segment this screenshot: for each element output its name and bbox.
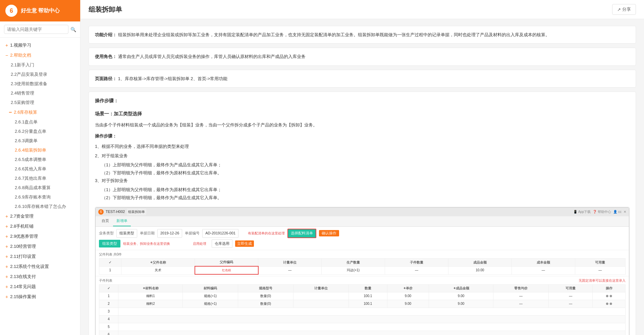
screenshot-area: 6 TEST-H002 组装拆卸单 📱 App下载 ❓ 帮助中心 👤 cc ✕ — [95, 207, 630, 335]
table-row: 3 — [99, 308, 626, 316]
screenshot-mock: 6 TEST-H002 组装拆卸单 📱 App下载 ❓ 帮助中心 👤 cc ✕ — [95, 207, 629, 335]
scr-red-cell[interactable]: 红色框 — [195, 266, 258, 274]
scr-date-value[interactable]: 2019-12-26 — [157, 229, 182, 238]
expand-icon-faq: + — [5, 284, 8, 289]
function-intro-label: 功能介绍： — [95, 32, 117, 37]
scr-bom-btn[interactable]: 选择配料清单 — [287, 229, 316, 238]
sidebar-item-2.6.5[interactable]: 2.6.5成本调整单 — [0, 155, 80, 164]
ops-steps-title: 操作步骤： — [95, 132, 630, 140]
scr-col-check: ✓ — [99, 259, 121, 267]
expand-icon: + — [5, 43, 8, 48]
expand-icon-mobile: + — [5, 224, 8, 229]
function-intro-text: 组装拆卸单用来处理企业组装或拆卸等加工业务，支持有固定装配清单的产品加工业务，也… — [118, 32, 550, 37]
sidebar-item-2.6.3[interactable]: 2.6.3调拨单 — [0, 136, 80, 146]
expand-icon-online: + — [5, 274, 8, 279]
scr-confirm-btn[interactable]: 确认操作 — [319, 230, 339, 236]
sidebar-item-purchase[interactable]: 2.5采购管理 — [0, 98, 80, 107]
sidebar-item-2.6.4[interactable]: 2.6.4组装拆卸单 — [0, 146, 80, 155]
scr-icon-help: ❓ 帮助中心 — [593, 209, 611, 215]
sidebar-item-sales[interactable]: 2.4销售管理 — [0, 89, 80, 98]
path-label: 页面路径： — [95, 76, 117, 81]
scr-upper-table-label: 父件列表 共0件 — [99, 252, 626, 258]
expand-icon-cases: + — [5, 294, 8, 299]
scr-nav-tabs: 自页 新增单 — [96, 216, 629, 227]
scr-tab-active: 组装拆卸单 — [127, 209, 146, 215]
page-title: 组装拆卸单 — [89, 5, 122, 14]
sidebar-item-docs[interactable]: − 2.帮助文档 — [0, 50, 80, 60]
scr-type-toggle-btn[interactable]: 组装类型 — [99, 240, 120, 248]
sidebar-item-system[interactable]: + 2.12系统个性化设置 — [0, 262, 80, 272]
sidebar-item-online[interactable]: + 2.13在线支付 — [0, 272, 80, 282]
scene1-title: 场景一：加工类型选择 — [95, 110, 630, 118]
sidebar-item-2.6.10[interactable]: 2.6.10库存账本错了怎么办 — [0, 202, 80, 211]
table-row: 1 糊料1 规格(+1) 数量(0) 100.1 9.00 9.00 — — [99, 292, 626, 300]
scr-col-parent-code: 父件编码 — [195, 259, 258, 267]
scr-order-value: AD-20191226-001 — [202, 229, 238, 238]
search-input[interactable] — [4, 25, 68, 34]
scr-col-sub-qty: 子件数量 — [385, 259, 448, 267]
path-block: 页面路径： 1、库存核算->库存管理->组装拆卸单 2、首页->常用功能 — [89, 70, 636, 88]
share-button[interactable]: ↗ 分享 — [612, 4, 636, 15]
annotation-direct-input: 无固定清单可以直接在这里录入 — [579, 278, 626, 284]
scr-tab-new[interactable]: 新增单 — [113, 216, 131, 226]
role-label: 使用角色： — [95, 54, 117, 59]
scr-close-icon[interactable]: ✕ — [624, 209, 626, 215]
scr-type-label: 业务类型 — [99, 230, 114, 237]
logo-icon: 6 — [5, 5, 17, 17]
sidebar-item-2.6.7[interactable]: 2.6.7其他出库单 — [0, 174, 80, 183]
scr-add-btn[interactable]: 立即生成 — [235, 240, 254, 247]
expand-icon-ops: + — [5, 244, 8, 249]
scr-icon-user: 👤 cc — [613, 209, 622, 215]
scr-col-avail: 可用量 — [575, 259, 625, 267]
scr-type-value[interactable]: 组装类型 — [116, 229, 137, 238]
sidebar-item-inventory[interactable]: − 2.6库存核算 — [0, 107, 80, 117]
sidebar-item-video[interactable]: + 1.视频学习 — [0, 40, 80, 50]
scr-lower-area: 子件列表 无固定清单可以直接在这里录入 ✓ ✦材料名称 材料编码 规格型号 — [96, 276, 629, 335]
sidebar-item-2.6.2[interactable]: 2.6.2分量盘点单 — [0, 127, 80, 136]
scr-warehouse[interactable]: 仓库选用 — [212, 239, 232, 248]
sidebar-item-faq[interactable]: + 2.14常见问题 — [0, 282, 80, 292]
content-area: 功能介绍： 组装拆卸单用来处理企业组装或拆卸等加工业务，支持有固定装配清单的产品… — [80, 19, 644, 335]
scr-col-unit: 计量单位 — [258, 259, 322, 267]
scr-icon-apps: 📱 App下载 — [573, 209, 591, 215]
sub-step-2-2: （2）下部明细为子件明细，最终作为原材料生成其它出库单。 — [95, 169, 630, 177]
sidebar-item-2.6.8[interactable]: 2.6.8商品成本重算 — [0, 183, 80, 192]
sub-step-2-1: （1）上部明细为父件明细，最终作为产成品生成其它入库单； — [95, 161, 630, 169]
scr-lower-table-label: 子件列表 — [99, 278, 112, 284]
scr-titlebar: 6 TEST-H002 组装拆卸单 📱 App下载 ❓ 帮助中心 👤 cc ✕ — [96, 208, 629, 216]
nav-list: + 1.视频学习 − 2.帮助文档 2.1新手入门 2.2产品安装及登录 2.3… — [0, 38, 80, 335]
scr-col-prod-qty: 生产数量 — [322, 259, 385, 267]
scr-col-prod-amount: 成品金额 — [448, 259, 512, 267]
annotation-toggle: 组装业务、拆卸业务在这里切换 — [123, 241, 170, 247]
logo-text: 好生意 帮助中心 — [21, 7, 60, 14]
sidebar-item-money[interactable]: + 2.7资金管理 — [0, 211, 80, 221]
scr-tab-home[interactable]: 自页 — [98, 216, 112, 226]
sidebar-item-coupon[interactable]: + 2.9优惠券管理 — [0, 231, 80, 241]
search-icon[interactable]: 🔍 — [70, 27, 76, 32]
sidebar-item-2.6.1[interactable]: 2.6.1盘点单 — [0, 117, 80, 127]
sidebar-item-install[interactable]: 2.2产品安装及登录 — [0, 70, 80, 79]
scr-url: TEST-H002 — [106, 209, 125, 215]
sidebar-item-cases[interactable]: + 2.15操作案例 — [0, 292, 80, 302]
top-bar: 组装拆卸单 ↗ 分享 — [80, 0, 644, 19]
sidebar-item-ops[interactable]: + 2.10经营管理 — [0, 241, 80, 252]
sidebar-item-print[interactable]: + 2.11打印设置 — [0, 252, 80, 262]
path-text: 1、库存核算->库存管理->组装拆卸单 2、首页->常用功能 — [118, 76, 228, 81]
main-content: 组装拆卸单 ↗ 分享 功能介绍： 组装拆卸单用来处理企业组装或拆卸等加工业务，支… — [80, 0, 644, 335]
step-3: 3、对于拆卸业务 — [95, 177, 630, 184]
sidebar-item-newbie[interactable]: 2.1新手入门 — [0, 60, 80, 70]
sidebar-item-data[interactable]: 2.3使用前数据准备 — [0, 79, 80, 89]
table-row: 1 关术 红色框 — 玛达(+1) — 10.00 — — [99, 266, 626, 274]
table-row: 2 糊料2 规格(+1) 数量(0) 100.1 9.00 9.00 — — [99, 300, 626, 308]
search-box: 🔍 — [0, 21, 80, 38]
sidebar-item-2.6.6[interactable]: 2.6.6其他入库单 — [0, 164, 80, 174]
scr-form-area: 业务类型 组装类型 单据日期 2019-12-26 单据编号 AD-201912… — [96, 227, 629, 250]
sidebar-item-mobile[interactable]: + 2.8手机旺铺 — [0, 221, 80, 231]
scene1-desc: 当由多个子件材料组装成一个成品的业务为【组装】业务，当由一个父件拆分成多个子产品… — [95, 121, 630, 129]
table-row: 6 — [99, 331, 626, 335]
scr-date-label: 单据日期 — [140, 230, 155, 237]
scr-red-cell-hint: 红色框 — [222, 269, 231, 272]
scr-logo: 6 — [98, 209, 104, 215]
sidebar-item-2.6.9[interactable]: 2.6.9库存账本查询 — [0, 192, 80, 202]
role-block: 使用角色： 通常由生产人员或库管人员完成拆装业务的操作，库管人员确认原材料的出库… — [89, 48, 636, 65]
